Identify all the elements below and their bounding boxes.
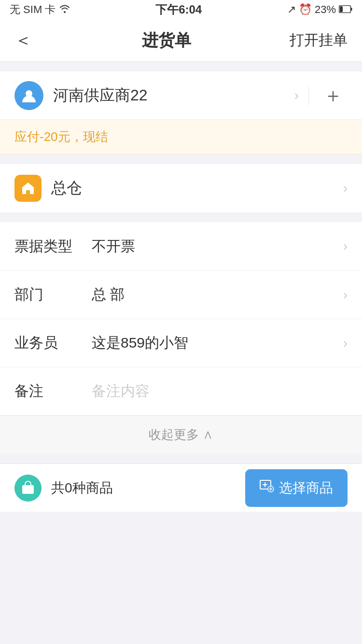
supplier-name: 河南供应商22 [53,85,294,106]
warehouse-section: 总仓 › [0,164,362,212]
battery-icon [339,3,352,16]
invoice-type-chevron: › [343,238,348,254]
status-bar: 无 SIM 卡 下午6:04 ↗ ⏰ 23% [0,0,362,19]
sim-status: 无 SIM 卡 [10,2,56,17]
product-count: 共0种商品 [51,479,245,497]
salesperson-value: 这是859的小智 [82,333,343,353]
supplier-avatar [14,81,43,110]
salesperson-label: 业务员 [14,333,82,353]
remark-row[interactable]: 备注 备注内容 [0,367,362,415]
chevron-right-icon: › [294,88,299,103]
supplier-notice: 应付-20元，现结 [0,120,362,154]
invoice-type-value: 不开票 [82,237,343,256]
department-label: 部门 [14,285,82,305]
salesperson-row[interactable]: 业务员 这是859的小智 › [0,319,362,367]
section-gap-4 [0,454,362,463]
product-icon [14,475,42,502]
remark-value[interactable]: 备注内容 [82,381,348,401]
select-product-label: 选择商品 [279,479,333,497]
back-button[interactable]: ＜ [14,28,43,52]
section-gap-2 [0,154,362,164]
status-left: 无 SIM 卡 [10,2,70,17]
invoice-type-row[interactable]: 票据类型 不开票 › [0,222,362,270]
svg-rect-4 [22,485,34,494]
open-pending-button[interactable]: 打开挂单 [290,30,348,50]
svg-rect-1 [340,6,343,12]
department-row[interactable]: 部门 总 部 › [0,270,362,319]
collapse-row[interactable]: 收起更多 ∧ [0,415,362,454]
svg-rect-2 [351,8,352,11]
select-product-button[interactable]: 选择商品 [245,469,348,507]
warehouse-icon [14,175,42,202]
department-chevron: › [343,287,348,303]
remark-label: 备注 [14,381,82,401]
salesperson-chevron: › [343,336,348,351]
status-time: 下午6:04 [155,2,202,17]
invoice-type-label: 票据类型 [14,237,82,256]
supplier-section: 河南供应商22 › ＋ 应付-20元，现结 [0,71,362,154]
warehouse-name: 总仓 [51,178,343,199]
section-gap-1 [0,62,362,71]
bottom-bar: 共0种商品 选择商品 [0,463,362,512]
add-supplier-button[interactable]: ＋ [319,82,348,109]
location-icon: ↗ [287,3,296,16]
page-background [0,512,362,644]
alarm-icon: ⏰ [299,3,312,16]
supplier-divider [308,86,309,105]
department-value: 总 部 [82,285,343,305]
fields-section: 票据类型 不开票 › 部门 总 部 › 业务员 这是859的小智 › 备注 备注… [0,222,362,454]
collapse-text: 收起更多 ∧ [149,426,213,443]
section-gap-3 [0,212,362,222]
page-title: 进货单 [142,29,191,52]
battery-text: 23% [315,3,336,16]
wifi-icon [59,3,70,16]
supplier-row[interactable]: 河南供应商22 › ＋ [0,71,362,120]
status-right: ↗ ⏰ 23% [287,3,352,16]
warehouse-row[interactable]: 总仓 › [0,164,362,212]
warehouse-chevron-icon: › [343,181,348,196]
select-product-icon [260,480,274,496]
nav-bar: ＜ 进货单 打开挂单 [0,19,362,62]
